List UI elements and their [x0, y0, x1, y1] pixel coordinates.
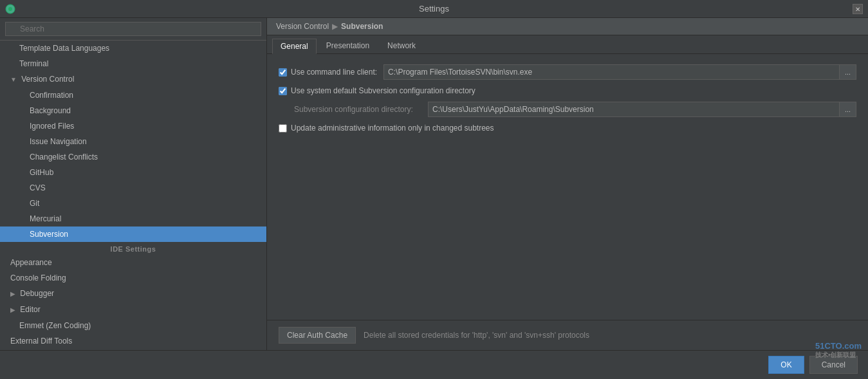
- cmd-client-checkbox[interactable]: [279, 68, 287, 77]
- svn-config-dir-label: Subversion configuration directory:: [294, 105, 423, 114]
- cmd-client-path-input[interactable]: [383, 64, 840, 80]
- title-bar: Settings ✕: [0, 0, 868, 18]
- editor-expand-icon: ▶: [10, 304, 15, 316]
- sidebar-item-emmet[interactable]: Emmet (Zen Coding): [0, 318, 266, 333]
- bottom-section: Clear Auth Cache Delete all stored crede…: [267, 320, 868, 350]
- breadcrumb-parent: Version Control: [276, 22, 329, 31]
- breadcrumb-bar: Version Control ▶ Subversion: [267, 18, 868, 35]
- search-box: 🔍: [0, 18, 266, 41]
- clear-cache-button[interactable]: Clear Auth Cache: [279, 327, 356, 344]
- search-wrapper: 🔍: [5, 22, 261, 36]
- sidebar-item-issue-navigation[interactable]: Issue Navigation: [0, 134, 266, 149]
- debugger-expand-icon: ▶: [10, 288, 15, 300]
- update-admin-row: Update administrative information only i…: [279, 124, 856, 133]
- sidebar-item-ignored-files[interactable]: Ignored Files: [0, 118, 266, 134]
- sidebar-item-template-data-languages[interactable]: Template Data Languages: [0, 41, 266, 56]
- content-area: 🔍 Template Data Languages Terminal ▼ Ver…: [0, 18, 868, 350]
- right-panel: Version Control ▶ Subversion General Pre…: [267, 18, 868, 350]
- tabs-bar: General Presentation Network: [267, 35, 868, 54]
- update-admin-checkbox[interactable]: [279, 124, 287, 133]
- sidebar-item-background[interactable]: Background: [0, 103, 266, 118]
- system-default-row: Use system default Subversion configurat…: [279, 86, 856, 95]
- sidebar-item-subversion[interactable]: Subversion: [0, 226, 266, 242]
- window-title: Settings: [419, 4, 449, 14]
- dialog-footer: OK Cancel: [0, 350, 868, 379]
- sidebar-item-changelist-conflicts[interactable]: Changelist Conflicts: [0, 149, 266, 165]
- cmd-client-row: Use command line client: ...: [279, 64, 856, 80]
- sidebar-item-terminal[interactable]: Terminal: [0, 56, 266, 71]
- cmd-client-label[interactable]: Use command line client:: [279, 68, 377, 77]
- svg-point-1: [8, 7, 12, 11]
- watermark-line1: 51CTO.com: [815, 341, 862, 351]
- sidebar-item-editor[interactable]: ▶ Editor: [0, 302, 266, 318]
- sidebar-item-debugger[interactable]: ▶ Debugger: [0, 286, 266, 302]
- settings-content: Use command line client: ... Use system …: [267, 54, 868, 320]
- sidebar-item-github[interactable]: GitHub: [0, 165, 266, 180]
- tab-presentation[interactable]: Presentation: [318, 38, 378, 53]
- watermark-line2: 技术•创新联盟: [815, 351, 862, 360]
- ok-button[interactable]: OK: [768, 356, 804, 374]
- update-admin-label[interactable]: Update administrative information only i…: [279, 124, 494, 133]
- cmd-client-browse-btn[interactable]: ...: [840, 64, 856, 80]
- sidebar-item-git[interactable]: Git: [0, 196, 266, 211]
- cache-description: Delete all stored credentials for 'http'…: [364, 331, 589, 340]
- watermark: 51CTO.com 技术•创新联盟: [815, 341, 862, 360]
- sidebar-item-version-control[interactable]: ▼ Version Control: [0, 71, 266, 88]
- sidebar-item-cvs[interactable]: CVS: [0, 180, 266, 196]
- system-default-checkbox[interactable]: [279, 87, 287, 95]
- sidebar-item-console-folding[interactable]: Console Folding: [0, 270, 266, 286]
- svn-config-dir-input[interactable]: [428, 102, 840, 117]
- svn-config-dir-row: Subversion configuration directory: ...: [294, 102, 856, 117]
- ide-settings-header: IDE Settings: [0, 242, 266, 255]
- sidebar-item-external-diff-tools[interactable]: External Diff Tools: [0, 333, 266, 349]
- close-button[interactable]: ✕: [853, 4, 863, 14]
- sidebar-item-appearance[interactable]: Appearance: [0, 255, 266, 270]
- search-input[interactable]: [5, 22, 261, 36]
- sidebar: 🔍 Template Data Languages Terminal ▼ Ver…: [0, 18, 267, 350]
- svn-config-dir-browse-btn[interactable]: ...: [840, 102, 856, 117]
- breadcrumb-separator: ▶: [332, 22, 338, 31]
- expand-icon: ▼: [10, 74, 17, 86]
- svn-config-dir-input-wrapper: ...: [428, 102, 856, 117]
- sidebar-item-mercurial[interactable]: Mercurial: [0, 211, 266, 226]
- sidebar-list: Template Data Languages Terminal ▼ Versi…: [0, 41, 266, 350]
- app-icon: [5, 4, 15, 14]
- cmd-client-input-wrapper: ...: [383, 64, 856, 80]
- tab-network[interactable]: Network: [379, 38, 424, 53]
- tab-general[interactable]: General: [272, 39, 317, 54]
- settings-dialog: 🔍 Template Data Languages Terminal ▼ Ver…: [0, 18, 868, 379]
- sidebar-item-confirmation[interactable]: Confirmation: [0, 88, 266, 103]
- system-default-label[interactable]: Use system default Subversion configurat…: [279, 86, 476, 95]
- breadcrumb-current: Subversion: [341, 22, 383, 31]
